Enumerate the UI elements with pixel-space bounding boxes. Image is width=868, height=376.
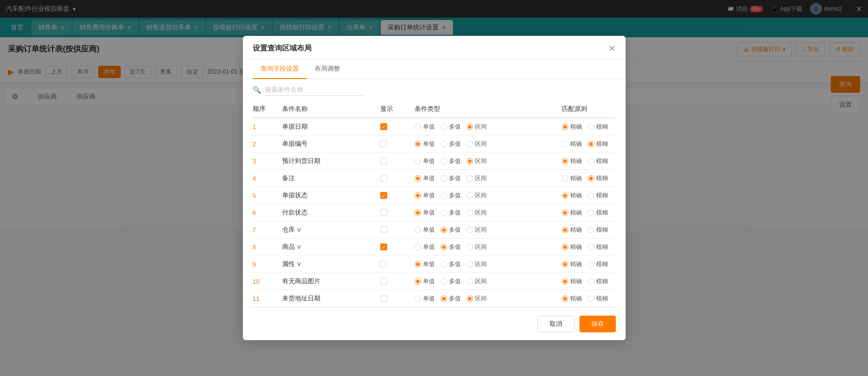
radio-range-5[interactable]	[467, 210, 473, 216]
radio-multi-6[interactable]	[441, 227, 447, 230]
radio-group-single-5[interactable]: 单值	[415, 209, 435, 217]
display-checkbox[interactable]	[380, 123, 387, 130]
table-row: 7仓库 ∨单值多值区间精确模糊	[253, 221, 616, 230]
radio-range-3[interactable]	[467, 175, 473, 182]
row-match-cell: 精确模糊	[562, 157, 626, 165]
radio-group-exact-1[interactable]: 精确	[562, 140, 582, 148]
radio-single-5[interactable]	[415, 210, 421, 216]
row-number: 2	[253, 140, 282, 148]
radio-single-3[interactable]	[415, 175, 421, 182]
row-number: 4	[253, 175, 282, 182]
display-checkbox[interactable]	[380, 192, 387, 199]
radio-fuzzy-6[interactable]	[588, 227, 594, 230]
row-condition-name: 付款状态	[282, 208, 380, 217]
radio-group-fuzzy-5[interactable]: 模糊	[588, 209, 608, 217]
radio-fuzzy-1[interactable]	[588, 141, 594, 147]
radio-exact-6[interactable]	[562, 227, 568, 230]
row-match-cell: 精确模糊	[562, 209, 626, 217]
display-checkbox[interactable]	[380, 175, 387, 182]
radio-group-range-2[interactable]: 区间	[467, 157, 487, 165]
radio-group-exact-0[interactable]: 精确	[562, 123, 582, 131]
radio-single-4[interactable]	[415, 192, 421, 199]
row-condition-name: 单据日期	[282, 122, 380, 131]
radio-label-range-3: 区间	[475, 174, 487, 183]
radio-group-multi-1[interactable]: 多值	[441, 140, 461, 148]
radio-fuzzy-0[interactable]	[588, 124, 594, 130]
radio-single-0[interactable]	[415, 124, 421, 130]
radio-group-fuzzy-2[interactable]: 模糊	[588, 157, 608, 165]
row-number: 1	[253, 123, 282, 131]
row-type-cell: 单值多值区间	[415, 140, 562, 148]
row-display-cell	[380, 226, 415, 230]
radio-label-single-6: 单值	[423, 226, 435, 230]
radio-group-exact-6[interactable]: 精确	[562, 226, 582, 230]
radio-group-range-3[interactable]: 区间	[467, 174, 487, 183]
display-checkbox[interactable]	[380, 158, 387, 164]
radio-fuzzy-3[interactable]	[588, 175, 594, 182]
row-number: 7	[253, 226, 282, 230]
radio-group-multi-6[interactable]: 多值	[441, 226, 461, 230]
radio-group-multi-2[interactable]: 多值	[441, 157, 461, 165]
radio-group-fuzzy-6[interactable]: 模糊	[588, 226, 608, 230]
radio-group-multi-5[interactable]: 多值	[441, 209, 461, 217]
radio-group-range-1[interactable]: 区间	[467, 140, 487, 148]
radio-single-1[interactable]	[415, 141, 421, 147]
display-checkbox[interactable]	[380, 226, 387, 230]
radio-group-fuzzy-4[interactable]: 模糊	[588, 191, 608, 200]
radio-single-6[interactable]	[415, 227, 421, 230]
tab-query-fields[interactable]: 查询字段设置	[253, 59, 307, 79]
radio-group-exact-5[interactable]: 精确	[562, 209, 582, 217]
radio-group-single-6[interactable]: 单值	[415, 226, 435, 230]
radio-multi-3[interactable]	[441, 175, 447, 182]
radio-exact-3[interactable]	[562, 175, 568, 182]
radio-range-0[interactable]	[467, 124, 473, 130]
radio-range-2[interactable]	[467, 158, 473, 164]
radio-group-range-0[interactable]: 区间	[467, 123, 487, 131]
radio-range-6[interactable]	[467, 227, 473, 230]
radio-exact-1[interactable]	[562, 141, 568, 147]
radio-exact-5[interactable]	[562, 210, 568, 216]
display-checkbox[interactable]	[380, 140, 387, 147]
radio-group-range-5[interactable]: 区间	[467, 209, 487, 217]
radio-group-exact-2[interactable]: 精确	[562, 157, 582, 165]
radio-multi-2[interactable]	[441, 158, 447, 164]
radio-single-2[interactable]	[415, 158, 421, 164]
radio-fuzzy-5[interactable]	[588, 210, 594, 216]
radio-group-multi-3[interactable]: 多值	[441, 174, 461, 183]
table-row: 3预计到货日期单值多值区间精确模糊	[253, 153, 616, 170]
radio-group-fuzzy-1[interactable]: 模糊	[588, 140, 608, 148]
radio-group-range-4[interactable]: 区间	[467, 191, 487, 200]
radio-multi-4[interactable]	[441, 192, 447, 199]
settings-table-head: 顺序 条件名称 显示 条件类型 匹配原则	[253, 101, 616, 118]
radio-multi-1[interactable]	[441, 141, 447, 147]
radio-multi-0[interactable]	[441, 124, 447, 130]
radio-group-fuzzy-3[interactable]: 模糊	[588, 174, 608, 183]
radio-fuzzy-4[interactable]	[588, 192, 594, 199]
radio-group-single-0[interactable]: 单值	[415, 123, 435, 131]
radio-exact-0[interactable]	[562, 124, 568, 130]
radio-group-multi-0[interactable]: 多值	[441, 123, 461, 131]
radio-label-range-5: 区间	[475, 209, 487, 217]
radio-group-fuzzy-0[interactable]: 模糊	[588, 123, 608, 131]
radio-range-4[interactable]	[467, 192, 473, 199]
display-checkbox[interactable]	[380, 209, 387, 216]
row-match-cell: 精确模糊	[562, 174, 626, 183]
radio-group-single-3[interactable]: 单值	[415, 174, 435, 183]
radio-group-exact-4[interactable]: 精确	[562, 191, 582, 200]
radio-exact-4[interactable]	[562, 192, 568, 199]
radio-range-1[interactable]	[467, 141, 473, 147]
table-head-wrapper: 顺序 条件名称 显示 条件类型 匹配原则	[243, 101, 626, 118]
search-input[interactable]	[265, 84, 363, 96]
radio-group-single-4[interactable]: 单值	[415, 191, 435, 200]
radio-exact-2[interactable]	[562, 158, 568, 164]
radio-group-single-1[interactable]: 单值	[415, 140, 435, 148]
radio-group-range-6[interactable]: 区间	[467, 226, 487, 230]
tab-layout-adjust[interactable]: 布局调整	[307, 59, 348, 79]
radio-group-exact-3[interactable]: 精确	[562, 174, 582, 183]
radio-group-multi-4[interactable]: 多值	[441, 191, 461, 200]
dialog-close-btn[interactable]: ✕	[608, 44, 616, 53]
radio-fuzzy-2[interactable]	[588, 158, 594, 164]
radio-multi-5[interactable]	[441, 210, 447, 216]
row-number: 6	[253, 209, 282, 216]
radio-group-single-2[interactable]: 单值	[415, 157, 435, 165]
